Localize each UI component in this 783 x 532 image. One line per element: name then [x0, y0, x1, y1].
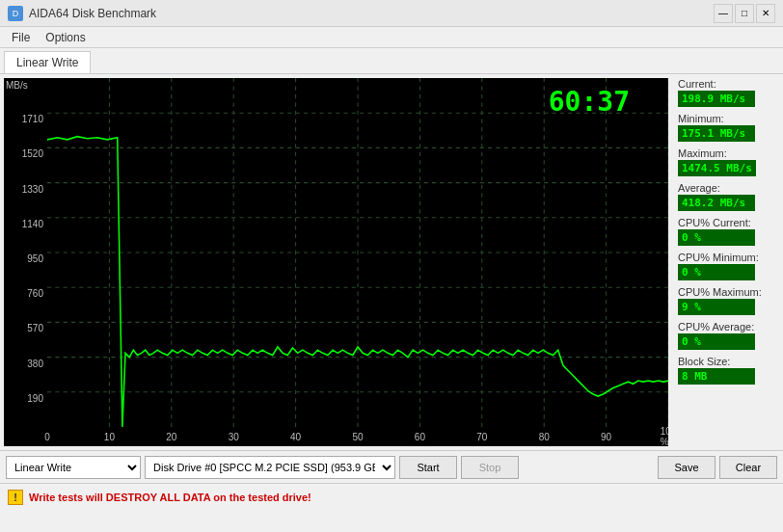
test-type-dropdown[interactable]: Linear Write — [6, 456, 141, 479]
warning-icon: ! — [8, 490, 23, 505]
file-menu[interactable]: File — [4, 29, 38, 45]
cpu-current-label: CPU% Current: — [678, 217, 777, 228]
warning-text: Write tests will DESTROY ALL DATA on the… — [29, 492, 311, 503]
app-icon: D — [8, 6, 23, 21]
x-label-90: 90 — [601, 432, 611, 442]
x-label-30: 30 — [229, 432, 239, 442]
current-value: 198.9 MB/s — [678, 91, 755, 107]
timer-display: 60:37 — [549, 86, 630, 118]
minimize-button[interactable]: — — [714, 4, 733, 23]
average-stat: Average: 418.2 MB/s — [678, 182, 777, 213]
title-bar-left: D AIDA64 Disk Benchmark — [8, 6, 156, 21]
y-label-950: 950 — [27, 253, 43, 264]
title-bar: D AIDA64 Disk Benchmark — □ ✕ — [0, 0, 783, 27]
main-area: MB/s 1710 1520 1330 1140 950 760 570 380… — [0, 74, 783, 450]
x-label-60: 60 — [415, 432, 425, 442]
drive-dropdown[interactable]: Disk Drive #0 [SPCC M.2 PCIE SSD] (953.9… — [145, 456, 395, 479]
x-label-20: 20 — [166, 432, 176, 442]
menu-bar: File Options — [0, 27, 783, 48]
cpu-current-stat: CPU% Current: 0 % — [678, 217, 777, 248]
y-label-190: 190 — [27, 392, 43, 403]
minimum-value: 175.1 MB/s — [678, 125, 755, 142]
cpu-average-label: CPU% Average: — [678, 321, 777, 332]
cpu-maximum-label: CPU% Maximum: — [678, 286, 777, 298]
cpu-current-value: 0 % — [678, 229, 755, 246]
chart-area: MB/s 1710 1520 1330 1140 950 760 570 380… — [4, 78, 668, 446]
x-label-70: 70 — [476, 432, 487, 442]
stats-panel: Current: 198.9 MB/s Minimum: 175.1 MB/s … — [672, 74, 783, 450]
cpu-average-value: 0 % — [678, 333, 755, 350]
start-button[interactable]: Start — [399, 456, 457, 479]
x-axis: 0 10 20 30 40 50 60 70 80 90 100 % — [47, 427, 668, 446]
cpu-minimum-value: 0 % — [678, 264, 755, 280]
tab-bar: Linear Write — [0, 48, 783, 74]
y-label-1330: 1330 — [22, 183, 43, 194]
y-label-380: 380 — [27, 358, 43, 368]
blocksize-stat: Block Size: 8 MB — [678, 356, 777, 386]
minimum-label: Minimum: — [678, 113, 777, 124]
stop-button[interactable]: Stop — [461, 456, 519, 479]
y-label-760: 760 — [27, 288, 43, 299]
benchmark-chart — [47, 78, 668, 427]
cpu-maximum-stat: CPU% Maximum: 9 % — [678, 286, 777, 317]
warning-bar: ! Write tests will DESTROY ALL DATA on t… — [0, 483, 783, 510]
x-label-40: 40 — [290, 432, 301, 442]
cpu-maximum-value: 9 % — [678, 299, 755, 315]
window-title: AIDA64 Disk Benchmark — [29, 7, 156, 20]
y-axis: MB/s 1710 1520 1330 1140 950 760 570 380… — [4, 78, 47, 427]
maximum-label: Maximum: — [678, 147, 777, 159]
y-label-1710: 1710 — [22, 114, 43, 124]
maximize-button[interactable]: □ — [735, 4, 754, 23]
current-label: Current: — [678, 78, 777, 90]
linear-write-tab[interactable]: Linear Write — [4, 51, 91, 73]
cpu-minimum-label: CPU% Minimum: — [678, 252, 777, 263]
y-label-570: 570 — [27, 323, 43, 333]
maximum-stat: Maximum: 1474.5 MB/s — [678, 147, 777, 178]
blocksize-value: 8 MB — [678, 368, 755, 385]
cpu-minimum-stat: CPU% Minimum: 0 % — [678, 252, 777, 282]
x-label-10: 10 — [104, 432, 115, 442]
x-label-100: 100 % — [661, 426, 668, 446]
chart-canvas — [47, 78, 668, 427]
x-label-50: 50 — [352, 432, 363, 442]
average-label: Average: — [678, 182, 777, 194]
minimum-stat: Minimum: 175.1 MB/s — [678, 113, 777, 144]
x-label-80: 80 — [539, 432, 550, 442]
maximum-value: 1474.5 MB/s — [678, 160, 756, 176]
cpu-average-stat: CPU% Average: 0 % — [678, 321, 777, 352]
average-value: 418.2 MB/s — [678, 195, 755, 211]
options-menu[interactable]: Options — [38, 29, 93, 45]
bottom-controls: Linear Write Disk Drive #0 [SPCC M.2 PCI… — [0, 450, 783, 483]
clear-button[interactable]: Clear — [719, 456, 777, 479]
save-button[interactable]: Save — [658, 456, 716, 479]
blocksize-label: Block Size: — [678, 356, 777, 367]
window-controls: — □ ✕ — [714, 4, 775, 23]
y-unit-label: MB/s — [6, 80, 28, 91]
y-label-1140: 1140 — [22, 218, 43, 228]
close-button[interactable]: ✕ — [756, 4, 775, 23]
x-label-0: 0 — [44, 432, 50, 442]
current-stat: Current: 198.9 MB/s — [678, 78, 777, 109]
y-label-1520: 1520 — [22, 148, 43, 159]
